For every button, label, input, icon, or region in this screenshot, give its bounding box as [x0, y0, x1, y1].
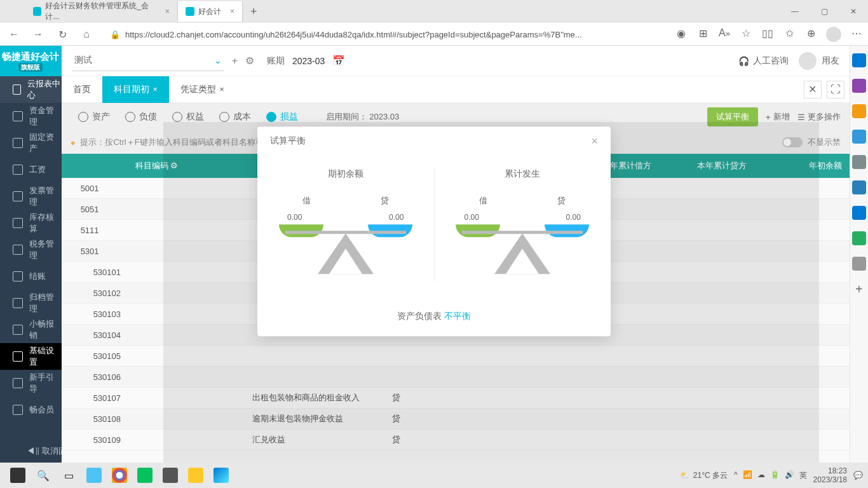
- tab-favicon-icon: [186, 7, 194, 16]
- new-tab-button[interactable]: +: [243, 5, 265, 18]
- add-company-button[interactable]: +: [232, 55, 238, 67]
- browser-tab-0[interactable]: 好会计云财务软件管理系统_会计... ×: [25, 1, 178, 22]
- read-aloud-icon[interactable]: A»: [718, 27, 731, 39]
- tab-title: 好会计云财务软件管理系统_会计...: [45, 1, 156, 22]
- start-button[interactable]: [5, 463, 31, 488]
- system-tray[interactable]: ^ 📶 ☁ 🔋 🔊 英: [734, 470, 807, 481]
- close-icon[interactable]: ×: [165, 7, 170, 16]
- sidebar-item-1[interactable]: 固定资产: [0, 130, 62, 156]
- modal-close-button[interactable]: ×: [591, 135, 598, 148]
- menu-icon: [13, 245, 23, 255]
- sidebar-item-11[interactable]: 畅会员: [0, 396, 62, 423]
- chevron-down-icon: ⌄: [214, 55, 222, 65]
- sidebar-item-10[interactable]: 新手引导: [0, 370, 62, 396]
- taskbar-app2[interactable]: [158, 463, 183, 488]
- category-1[interactable]: 负债: [118, 107, 165, 126]
- more-actions-button[interactable]: ☰ 更多操作: [797, 111, 841, 123]
- page-tab-2[interactable]: 凭证类型×: [169, 76, 236, 103]
- task-view-button[interactable]: ▭: [56, 463, 81, 488]
- taskbar-wechat[interactable]: [132, 463, 158, 488]
- edge-sidebar-icon-2[interactable]: [852, 104, 866, 118]
- sidebar-item-0[interactable]: 资金管理: [0, 103, 62, 130]
- weather-widget[interactable]: ⛅ 21°C 多云: [680, 470, 728, 481]
- sidebar-item-7[interactable]: 归档管理: [0, 290, 62, 316]
- edge-sidebar-icon-5[interactable]: [852, 180, 866, 194]
- settings-icon[interactable]: ⚙: [245, 55, 254, 67]
- category-0[interactable]: 资产: [71, 107, 118, 126]
- forward-button[interactable]: →: [29, 25, 47, 43]
- profile-avatar[interactable]: [826, 27, 841, 42]
- extensions-icon[interactable]: ⊞: [696, 27, 709, 39]
- info-icon: ●: [71, 138, 76, 147]
- collections-icon[interactable]: ⊕: [804, 27, 817, 39]
- edge-sidebar-icon-0[interactable]: [852, 53, 866, 67]
- menu-icon[interactable]: ⋯: [850, 27, 863, 39]
- favorite-icon[interactable]: ☆: [740, 27, 752, 39]
- support-button[interactable]: 🎧 人工咨询: [738, 55, 789, 67]
- search-button[interactable]: 🔍: [31, 463, 56, 488]
- sidebar-item-5[interactable]: 税务管理: [0, 236, 62, 263]
- cloud-icon[interactable]: ☁: [757, 470, 765, 481]
- fullscreen-button[interactable]: ⛶: [827, 81, 844, 98]
- url-field[interactable]: 🔒 https://cloud2.chanjet.com/accounting/…: [102, 25, 668, 43]
- sidebar-item-reports[interactable]: 云报表中心: [0, 76, 62, 103]
- page-tab-1[interactable]: 科目期初×: [102, 76, 169, 103]
- edge-sidebar-icon-1[interactable]: [852, 79, 866, 93]
- ime-indicator[interactable]: 英: [799, 470, 807, 481]
- volume-icon[interactable]: 🔊: [785, 470, 794, 481]
- menu-icon: [13, 378, 23, 388]
- favorites-bar-icon[interactable]: ✩: [783, 27, 796, 39]
- minimize-button[interactable]: ―: [780, 0, 810, 23]
- close-window-button[interactable]: ✕: [839, 0, 868, 23]
- edge-sidebar-icon-6[interactable]: [852, 206, 866, 220]
- chevron-up-icon[interactable]: ^: [734, 470, 738, 481]
- edge-sidebar-icon-4[interactable]: [852, 155, 866, 169]
- debit-value: 0.00: [279, 213, 311, 222]
- company-select[interactable]: 测试 ⌄: [72, 51, 224, 71]
- close-icon[interactable]: ×: [220, 85, 224, 94]
- notifications-button[interactable]: 💬: [853, 471, 863, 480]
- edge-add-button[interactable]: +: [855, 282, 863, 297]
- menu-icon: [13, 351, 23, 362]
- notification-icon[interactable]: ◉: [675, 27, 688, 39]
- edge-sidebar-icon-3[interactable]: [852, 130, 866, 144]
- sidebar-item-6[interactable]: 结账: [0, 263, 62, 290]
- logo-text: 畅捷通好会计: [2, 51, 59, 63]
- back-button[interactable]: ←: [5, 25, 23, 43]
- taskbar-explorer[interactable]: [183, 463, 208, 488]
- debit-label: 借: [479, 195, 487, 207]
- taskbar-chrome[interactable]: [107, 463, 132, 488]
- sidebar-item-4[interactable]: 库存核算: [0, 210, 62, 236]
- browser-tab-1[interactable]: 好会计 ×: [178, 1, 243, 22]
- page-tab-0[interactable]: 首页: [62, 76, 102, 103]
- edge-sidebar-icon-7[interactable]: [852, 231, 866, 245]
- close-icon[interactable]: ×: [153, 85, 158, 94]
- period-value[interactable]: 2023-03: [292, 56, 325, 66]
- logo-subtitle: 旗舰版: [18, 63, 43, 72]
- imbalance-link[interactable]: 不平衡: [444, 311, 471, 321]
- close-icon[interactable]: ×: [230, 7, 234, 16]
- taskbar-app[interactable]: [81, 463, 107, 488]
- tab-title: 好会计: [198, 6, 221, 17]
- sidebar-item-2[interactable]: 工资: [0, 156, 62, 183]
- sidebar-item-label: 小畅报销: [29, 318, 62, 341]
- home-button[interactable]: ⌂: [78, 25, 95, 43]
- add-button[interactable]: + 新增: [766, 111, 790, 123]
- edge-sidebar-icon-8[interactable]: [852, 257, 866, 271]
- period-label: 账期: [267, 55, 285, 67]
- sidebar-item-3[interactable]: 发票管理: [0, 183, 62, 210]
- browser-chrome: 好会计云财务软件管理系统_会计... × 好会计 × + ― ▢ ✕ ← → ↻…: [0, 0, 868, 46]
- calendar-icon[interactable]: 📅: [332, 55, 345, 67]
- user-menu[interactable]: 用友: [799, 52, 839, 70]
- url-text: https://cloud2.chanjet.com/accounting/uh…: [125, 30, 582, 39]
- wifi-icon[interactable]: 📶: [743, 470, 752, 481]
- sidebar-item-9[interactable]: 基础设置: [0, 343, 62, 370]
- battery-icon[interactable]: 🔋: [770, 470, 780, 481]
- sidebar-item-8[interactable]: 小畅报销: [0, 316, 62, 343]
- split-icon[interactable]: ▯▯: [761, 27, 774, 39]
- clock[interactable]: 18:23 2023/3/18: [813, 466, 847, 485]
- maximize-button[interactable]: ▢: [810, 0, 839, 23]
- close-all-tabs-button[interactable]: ✕: [804, 81, 822, 98]
- taskbar-edge[interactable]: [208, 463, 234, 488]
- refresh-button[interactable]: ↻: [53, 25, 71, 43]
